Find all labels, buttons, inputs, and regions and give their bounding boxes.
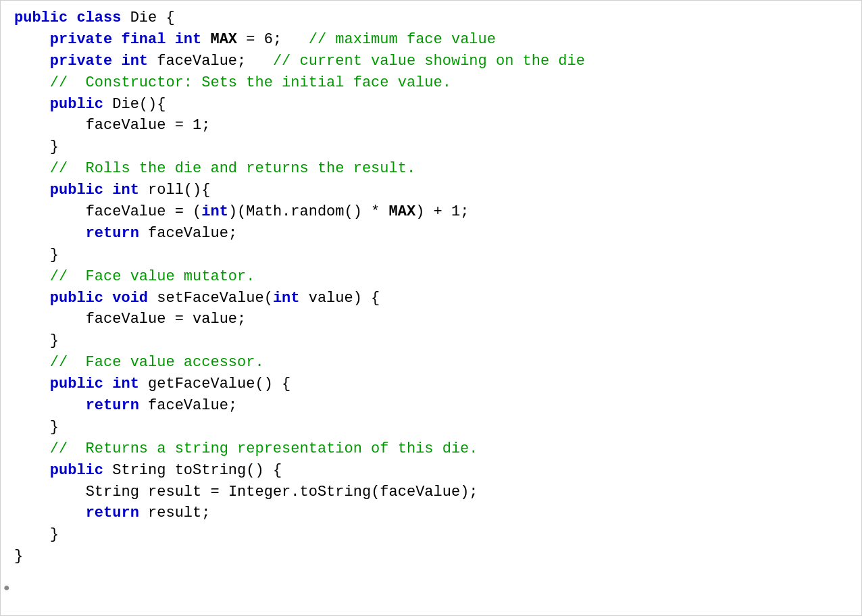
code-container: public class Die { private final int MAX…: [0, 0, 862, 616]
code-block: public class Die { private final int MAX…: [14, 7, 848, 567]
